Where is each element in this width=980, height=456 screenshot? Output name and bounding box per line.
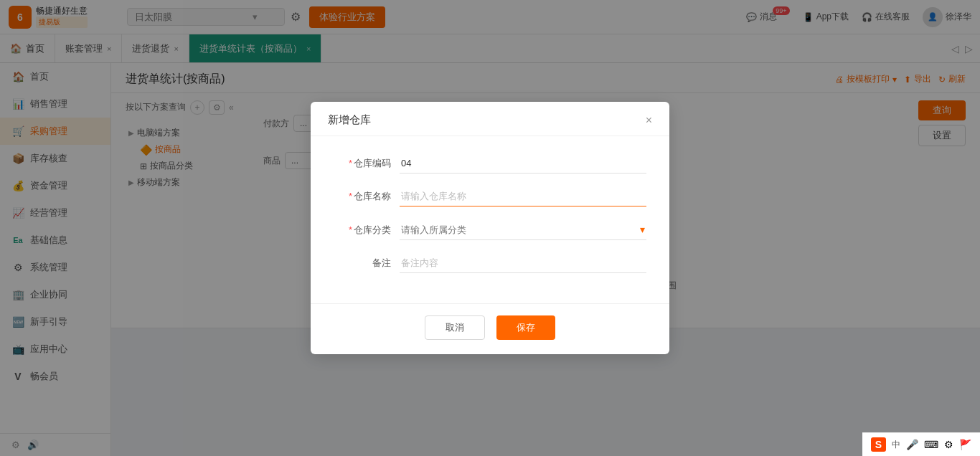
form-select-category-input[interactable]: [401, 224, 640, 235]
form-label-category: 仓库分类: [334, 224, 391, 237]
form-label-name: 仓库名称: [334, 190, 391, 203]
settings-bottom-icon[interactable]: ⚙: [944, 439, 953, 450]
modal-close-btn[interactable]: ×: [646, 114, 652, 127]
form-row-remark: 备注: [334, 253, 646, 273]
form-label-remark: 备注: [334, 257, 391, 270]
form-row-category: 仓库分类 ▾: [334, 219, 646, 240]
modal-footer: 取消 保存: [311, 303, 669, 354]
form-input-name[interactable]: [400, 186, 646, 206]
s-logo: S: [871, 437, 886, 452]
flag-icon[interactable]: 🚩: [959, 439, 971, 450]
cancel-btn[interactable]: 取消: [425, 315, 485, 340]
keyboard-icon[interactable]: ⌨: [924, 439, 938, 450]
form-row-name: 仓库名称: [334, 186, 646, 206]
bottom-bar: S 中 🎤 ⌨ ⚙ 🚩: [862, 432, 980, 456]
lang-label: 中: [892, 439, 900, 451]
modal-header: 新增仓库 ×: [311, 102, 669, 136]
form-label-code: 仓库编码: [334, 157, 391, 170]
modal-body: 仓库编码 仓库名称 仓库分类 ▾ 备注: [311, 136, 669, 303]
new-warehouse-modal: 新增仓库 × 仓库编码 仓库名称 仓库分类 ▾: [311, 102, 669, 354]
modal-title: 新增仓库: [328, 113, 371, 127]
form-input-code[interactable]: [400, 153, 646, 174]
modal-overlay: 新增仓库 × 仓库编码 仓库名称 仓库分类 ▾: [0, 0, 980, 456]
form-input-remark[interactable]: [400, 253, 646, 273]
form-select-category[interactable]: ▾: [400, 219, 646, 240]
mic-icon[interactable]: 🎤: [906, 439, 918, 450]
save-btn[interactable]: 保存: [496, 315, 555, 340]
category-dropdown-icon: ▾: [640, 224, 645, 235]
form-row-code: 仓库编码: [334, 153, 646, 174]
